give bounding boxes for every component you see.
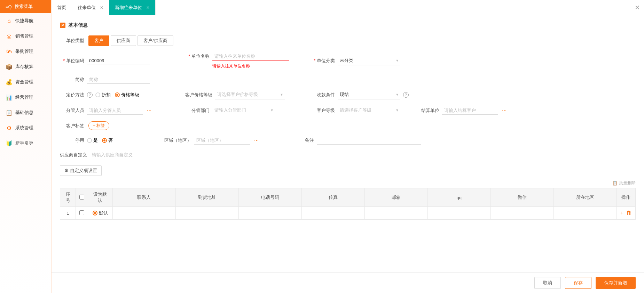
tab-bar: 首页 往来单位 ✕ 新增往来单位 ✕ ✕ (52, 0, 644, 15)
email-input[interactable] (368, 209, 424, 217)
save-button[interactable]: 保存 (565, 277, 591, 289)
sidebar-item-purchase[interactable]: 🛍 采购管理 (0, 44, 51, 59)
supplier-custom-input[interactable] (90, 151, 166, 159)
manager-label: 分管人员 (60, 107, 84, 114)
pricing-level[interactable]: 价格等级 (115, 92, 139, 98)
sidebar-item-finance[interactable]: 💰 资金管理 (0, 74, 51, 90)
unit-code-label: 单位编码 (60, 58, 84, 64)
wechat-input[interactable] (494, 209, 550, 217)
fax-input[interactable] (305, 209, 361, 217)
region-table-input[interactable] (557, 209, 613, 217)
customer-price-level-select[interactable]: 请选择客户价格等级 ▾ (215, 90, 285, 99)
col-seq: 序号 (60, 188, 76, 207)
purchase-icon: 🛍 (6, 48, 13, 55)
sidebar-item-quick-nav[interactable]: ⌂ 快捷导航 (0, 13, 51, 29)
unit-category-label: 单位分类 (311, 58, 335, 64)
col-wechat: 微信 (490, 188, 553, 207)
home-icon: ⌂ (6, 17, 13, 24)
cell-contact[interactable] (112, 207, 175, 220)
cell-phone[interactable] (238, 207, 301, 220)
default-radio[interactable] (93, 211, 97, 215)
sidebar-item-sales[interactable]: ◎ 销售管理 (0, 29, 51, 44)
tab-new-partner[interactable]: 新增往来单位 ✕ (109, 0, 156, 15)
disabled-yes-radio[interactable] (87, 138, 92, 143)
payment-terms-select[interactable]: 现结 ▾ (338, 90, 400, 99)
unit-category-value: 未分类 (340, 57, 353, 64)
customer-level-arrow: ▾ (396, 108, 398, 113)
code-name-category-row: 单位编码 单位名称 请输入往来单位名称 单位分类 未分类 ▾ (60, 52, 636, 69)
unit-name-input[interactable] (212, 52, 289, 60)
window-controls: ✕ (630, 0, 644, 15)
unit-type-customer[interactable]: 客户 (88, 35, 109, 46)
disabled-yes[interactable]: 是 (87, 137, 98, 144)
pricing-help-icon[interactable]: ? (87, 92, 93, 98)
tab-new-partner-close[interactable]: ✕ (146, 5, 150, 10)
cell-qq[interactable] (427, 207, 490, 220)
unit-type-both[interactable]: 客户/供应商 (138, 35, 173, 46)
disabled-no[interactable]: 否 (102, 137, 113, 144)
sidebar-item-inventory[interactable]: 📦 库存核算 (0, 59, 51, 74)
phone-input[interactable] (242, 209, 298, 217)
manager-more-icon[interactable]: ··· (146, 107, 153, 114)
customer-price-arrow: ▾ (281, 92, 283, 97)
settlement-unit-input[interactable] (442, 106, 498, 115)
short-name-label: 简称 (60, 76, 84, 83)
pricing-discount[interactable]: 折扣 (95, 92, 111, 98)
region-input[interactable] (194, 136, 250, 145)
contact-input[interactable] (116, 209, 172, 217)
cell-address[interactable] (175, 207, 238, 220)
manager-input[interactable] (87, 106, 143, 115)
header-checkbox[interactable] (79, 195, 84, 200)
customer-level-select[interactable]: 请选择客户等级 ▾ (338, 106, 400, 115)
sidebar-search[interactable]: ≡Q 搜索菜单 (0, 0, 51, 13)
cell-fax[interactable] (301, 207, 364, 220)
unit-code-input[interactable] (87, 57, 150, 65)
window-close-icon[interactable]: ✕ (635, 4, 640, 11)
sidebar-item-operations[interactable]: 📊 经营管理 (0, 90, 51, 105)
save-new-button[interactable]: 保存并新增 (596, 277, 636, 289)
short-name-input[interactable] (87, 75, 150, 84)
disabled-yes-label: 是 (93, 137, 98, 144)
form-area: P 基本信息 单位类型 客户 供应商 客户/供应商 单位编码 单位名称 (52, 15, 644, 272)
pricing-label: 定价方法 (60, 92, 84, 98)
tab-partner[interactable]: 往来单位 ✕ (72, 0, 109, 15)
pricing-level-label: 价格等级 (121, 92, 139, 98)
supplier-custom-row: 供应商自定义 (60, 151, 636, 159)
remark-input[interactable] (317, 136, 421, 145)
guide-icon: 🔰 (6, 140, 13, 147)
sidebar-item-system[interactable]: ⚙ 系统管理 (0, 120, 51, 136)
disabled-label: 停用 (60, 137, 84, 144)
cell-action: + 🗑 (616, 207, 635, 220)
tab-spacer (156, 0, 630, 15)
cancel-button[interactable]: 取消 (534, 277, 561, 289)
department-select[interactable]: 请输入分管部门 ▾ (212, 106, 275, 115)
tab-partner-close[interactable]: ✕ (100, 5, 103, 10)
batch-delete-icon: 📋 (612, 181, 618, 186)
disabled-no-radio[interactable] (102, 138, 107, 143)
unit-type-supplier[interactable]: 供应商 (111, 35, 136, 46)
default-radio-item[interactable]: 默认 (92, 210, 109, 216)
department-arrow: ▾ (271, 108, 273, 113)
add-row-icon[interactable]: + (620, 210, 623, 216)
batch-delete[interactable]: 📋 批量删除 (60, 180, 636, 186)
table-body: 1 默认 (60, 207, 636, 220)
settlement-more-icon[interactable]: ··· (501, 107, 508, 114)
custom-settings-button[interactable]: ⚙ 自定义项设置 (60, 165, 102, 176)
address-input[interactable] (179, 209, 235, 217)
tab-home[interactable]: 首页 (52, 0, 72, 15)
qq-input[interactable] (431, 209, 487, 217)
unit-category-select[interactable]: 未分类 ▾ (338, 56, 400, 65)
pricing-level-radio[interactable] (115, 92, 120, 97)
cell-region[interactable] (553, 207, 616, 220)
sidebar-item-basic-info[interactable]: 📋 基础信息 (0, 105, 51, 120)
row-checkbox[interactable] (79, 210, 84, 215)
cell-email[interactable] (364, 207, 427, 220)
payment-help-icon[interactable]: ? (403, 92, 409, 98)
pricing-discount-radio[interactable] (95, 92, 100, 97)
add-tag-button[interactable]: + 标签 (88, 121, 109, 130)
sidebar-item-guide[interactable]: 🔰 新手引导 (0, 136, 51, 151)
cell-wechat[interactable] (490, 207, 553, 220)
region-more-icon[interactable]: ··· (253, 137, 260, 144)
sidebar-item-label: 系统管理 (15, 125, 33, 131)
delete-row-icon[interactable]: 🗑 (626, 210, 632, 216)
